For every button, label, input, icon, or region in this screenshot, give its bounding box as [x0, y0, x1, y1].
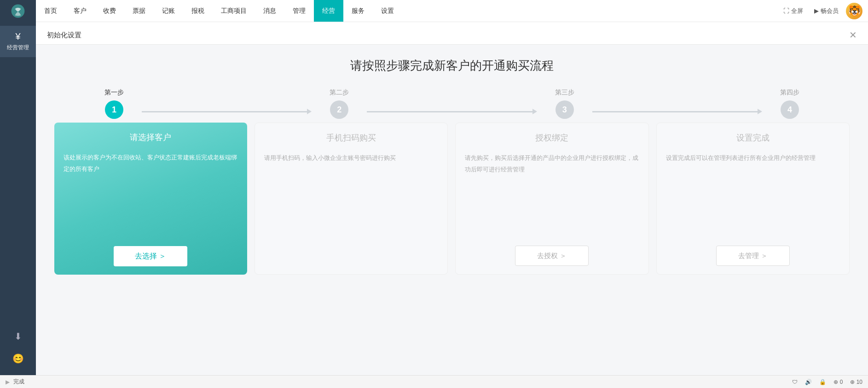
- card-step1: 请选择客户 该处展示的客户为不在回收站、客户状态正常建账后完成老板端绑定的所有客…: [54, 123, 247, 275]
- card3-title: 授权绑定: [465, 132, 639, 143]
- fullscreen-icon: ⛶: [783, 7, 789, 14]
- step4-label: 第四步: [780, 88, 799, 97]
- sidebar: ¥ 经营管理 ⬇ 😊: [0, 22, 36, 375]
- sidebar-item-operation[interactable]: ¥ 经营管理: [0, 26, 36, 57]
- nav-operation[interactable]: 经营: [314, 0, 343, 22]
- status-play-icon: ▶: [6, 379, 10, 385]
- vip-label: 畅会员: [821, 7, 839, 15]
- nav-ticket[interactable]: 票据: [124, 0, 154, 22]
- step3-circle: 3: [556, 100, 574, 119]
- nav-business[interactable]: 工商项目: [213, 0, 255, 22]
- step2-circle: 2: [330, 100, 348, 119]
- fullscreen-btn[interactable]: ⛶ 全屏: [780, 5, 807, 17]
- card-step4: 设置完成 设置完成后可以在管理列表进行所有企业用户的经营管理 去管理 ＞: [656, 123, 850, 275]
- status-count2: ⊕ 10: [850, 379, 862, 385]
- page-title: 初始化设置: [47, 31, 81, 40]
- card1-btn[interactable]: 去选择 ＞: [114, 246, 187, 266]
- sidebar-item-download[interactable]: ⬇: [0, 325, 36, 347]
- card4-title: 设置完成: [666, 132, 840, 143]
- vip-btn[interactable]: ▶ 畅会员: [810, 5, 842, 17]
- statusbar: ▶ 完成 🛡 🔊 🔒 ⊕ 0 ⊕ 10: [0, 375, 868, 388]
- wizard-container: 请按照步骤完成新客户的开通购买流程 第一步 1 第二步 2: [36, 45, 868, 284]
- nav-service[interactable]: 服务: [343, 0, 373, 22]
- vip-icon: ▶: [814, 7, 819, 14]
- nav-bookkeeping[interactable]: 记账: [154, 0, 183, 22]
- sidebar-item-support[interactable]: 😊: [0, 347, 36, 370]
- card1-title: 请选择客户: [64, 132, 238, 143]
- nav-message[interactable]: 消息: [255, 0, 284, 22]
- operation-icon: ¥: [15, 31, 20, 42]
- download-icon: ⬇: [14, 331, 22, 342]
- card2-body: 请用手机扫码，输入小微企业主账号密码进行购买: [264, 153, 439, 164]
- user-avatar[interactable]: 🐯: [846, 3, 862, 19]
- step1-label: 第一步: [104, 88, 124, 97]
- page-header: 初始化设置 ✕: [36, 22, 868, 45]
- card4-btn[interactable]: 去管理 ＞: [716, 246, 790, 266]
- step4-circle: 4: [781, 100, 799, 119]
- card-step2: 手机扫码购买 请用手机扫码，输入小微企业主账号密码进行购买: [255, 123, 448, 275]
- card-step3: 授权绑定 请先购买，购买后选择开通的产品中的企业用户进行授权绑定，成功后即可进行…: [455, 123, 649, 275]
- lock-icon: 🔒: [819, 379, 826, 385]
- sidebar-bottom: ⬇ 😊: [0, 325, 36, 375]
- close-button[interactable]: ✕: [849, 29, 857, 41]
- main-content: 初始化设置 ✕ 请按照步骤完成新客户的开通购买流程 第一步 1 第二步 2: [36, 22, 868, 375]
- card2-title: 手机扫码购买: [264, 132, 439, 143]
- fullscreen-label: 全屏: [791, 7, 803, 15]
- sidebar-item-label: 经营管理: [7, 44, 29, 52]
- step3-label: 第三步: [555, 88, 574, 97]
- statusbar-right: 🛡 🔊 🔒 ⊕ 0 ⊕ 10: [792, 379, 862, 385]
- wizard-title: 请按照步骤完成新客户的开通购买流程: [54, 58, 850, 74]
- nav-fee[interactable]: 收费: [95, 0, 124, 22]
- step2-label: 第二步: [330, 88, 349, 97]
- nav-tax[interactable]: 报税: [183, 0, 213, 22]
- logo: [0, 0, 36, 22]
- nav-menu: 首页 客户 收费 票据 记账 报税 工商项目 消息 管理 经营 服务 设置: [36, 0, 780, 22]
- nav-home[interactable]: 首页: [36, 0, 65, 22]
- topbar-right: ⛶ 全屏 ▶ 畅会员 🐯: [780, 3, 868, 19]
- nav-customer[interactable]: 客户: [65, 0, 95, 22]
- nav-settings[interactable]: 设置: [373, 0, 402, 22]
- card3-btn[interactable]: 去授权 ＞: [515, 246, 589, 266]
- card1-body: 该处展示的客户为不在回收站、客户状态正常建账后完成老板端绑定的所有客户: [64, 152, 238, 175]
- status-text: 完成: [13, 378, 24, 386]
- step1-circle: 1: [105, 100, 123, 119]
- card4-body: 设置完成后可以在管理列表进行所有企业用户的经营管理: [666, 153, 840, 164]
- topbar: 首页 客户 收费 票据 记账 报税 工商项目 消息 管理 经营 服务 设置 ⛶ …: [0, 0, 868, 22]
- card3-body: 请先购买，购买后选择开通的产品中的企业用户进行授权绑定，成功后即可进行经营管理: [465, 153, 639, 175]
- sound-icon: 🔊: [805, 379, 812, 385]
- support-icon: 😊: [12, 353, 24, 364]
- shield-icon: 🛡: [792, 379, 798, 385]
- nav-manage[interactable]: 管理: [284, 0, 314, 22]
- status-count1: ⊕ 0: [833, 379, 843, 385]
